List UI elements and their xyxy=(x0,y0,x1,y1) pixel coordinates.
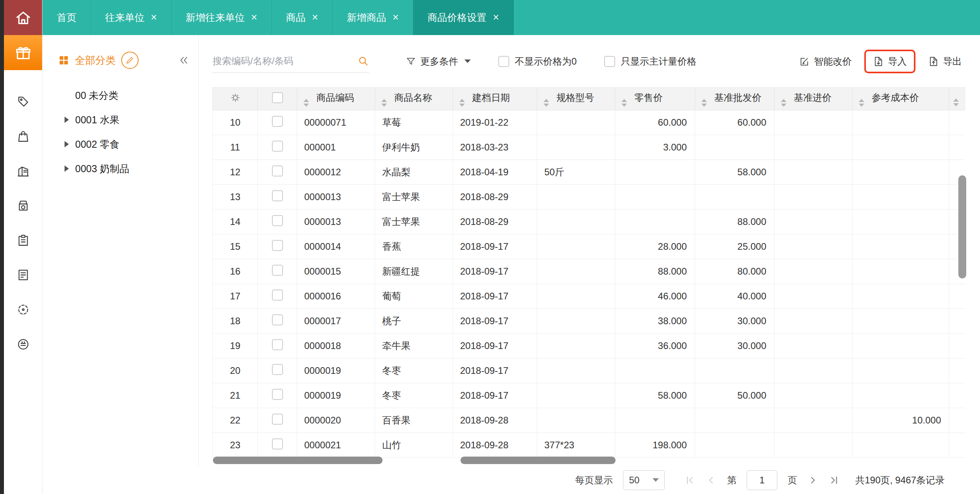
checkbox-icon[interactable] xyxy=(498,56,509,67)
more-filters-button[interactable]: 更多条件 xyxy=(405,55,471,68)
column-header[interactable]: 基准进价 xyxy=(775,88,852,110)
row-checkbox[interactable] xyxy=(272,190,283,201)
main-unit-only-checkbox[interactable]: 只显示主计量价格 xyxy=(604,55,696,68)
row-checkbox[interactable] xyxy=(272,438,283,449)
category-tree-item[interactable]: 00 未分类 xyxy=(43,83,198,108)
table-row[interactable]: 13 0000013 富士苹果 2018-08-29 xyxy=(213,185,966,210)
row-checkbox[interactable] xyxy=(272,290,283,301)
horizontal-scrollbar-thumb[interactable] xyxy=(213,457,383,464)
sidebar-item-price-tag[interactable] xyxy=(4,84,42,119)
tab[interactable]: 新增往来单位 × xyxy=(172,0,272,35)
tab-close-icon[interactable]: × xyxy=(392,12,399,23)
table-row[interactable]: 18 0000017 桃子 2018-09-17 38.000 30.000 xyxy=(213,309,966,334)
sort-icon[interactable] xyxy=(859,99,864,107)
table-row[interactable]: 10 00000071 草莓 2019-01-22 60.000 60.000 xyxy=(213,110,966,135)
column-header[interactable]: 零售价 xyxy=(615,88,695,110)
tab[interactable]: 商品价格设置 × xyxy=(413,0,514,35)
column-header[interactable]: 参考成本价 xyxy=(852,88,949,110)
sort-icon[interactable] xyxy=(544,99,549,107)
row-checkbox[interactable] xyxy=(272,364,283,375)
table-row[interactable]: 17 0000016 葡萄 2018-09-17 46.000 40.000 xyxy=(213,284,966,309)
row-checkbox[interactable] xyxy=(272,414,283,425)
settings-column-header[interactable] xyxy=(213,88,258,110)
table-row[interactable]: 16 0000015 新疆红提 2018-09-17 88.000 80.000 xyxy=(213,259,966,284)
horizontal-scrollbar-thumb[interactable] xyxy=(460,457,616,464)
category-tree-item[interactable]: 0002 零食 xyxy=(43,132,198,156)
sidebar-item-new[interactable] xyxy=(4,327,42,362)
tab-close-icon[interactable]: × xyxy=(251,12,257,23)
tab[interactable]: 首页 xyxy=(43,0,91,35)
export-button[interactable]: 导出 xyxy=(928,55,962,68)
checkbox-icon[interactable] xyxy=(604,56,615,67)
sidebar-item-orders[interactable] xyxy=(4,223,42,258)
row-checkbox[interactable] xyxy=(272,339,283,350)
category-tree-item[interactable]: 0003 奶制品 xyxy=(43,156,198,181)
gear-icon[interactable] xyxy=(229,92,241,104)
tab[interactable]: 新增商品 × xyxy=(333,0,413,35)
next-page-button[interactable] xyxy=(807,475,818,486)
row-checkbox[interactable] xyxy=(272,116,283,127)
expand-arrow-icon[interactable] xyxy=(65,117,69,123)
row-checkbox[interactable] xyxy=(272,314,283,325)
previous-page-button[interactable] xyxy=(706,475,717,486)
column-header[interactable]: 规格型号 xyxy=(537,88,615,110)
table-row[interactable]: 14 0000013 富士苹果 2018-08-29 88.000 xyxy=(213,210,966,234)
sort-icon[interactable] xyxy=(459,99,465,107)
row-checkbox[interactable] xyxy=(272,389,283,400)
page-number-input[interactable] xyxy=(747,470,777,490)
search-icon[interactable] xyxy=(357,55,369,67)
vertical-scrollbar-thumb[interactable] xyxy=(958,175,966,279)
sort-icon[interactable] xyxy=(381,99,387,107)
table-row[interactable]: 20 0000019 冬枣 2018-09-17 xyxy=(213,358,966,383)
table-row[interactable]: 12 0000012 水晶梨 2018-04-19 50斤 58.000 xyxy=(213,160,966,185)
row-checkbox[interactable] xyxy=(272,240,283,251)
tab-close-icon[interactable]: × xyxy=(151,12,157,23)
sidebar-item-home[interactable] xyxy=(4,0,42,35)
column-header[interactable]: 商品编码 xyxy=(297,88,375,110)
table-row[interactable]: 21 0000019 冬枣 2018-09-17 58.000 50.000 xyxy=(213,383,966,408)
table-row[interactable]: 11 000001 伊利牛奶 2018-03-23 3.000 xyxy=(213,135,966,160)
sort-icon[interactable] xyxy=(781,99,786,107)
sort-icon[interactable] xyxy=(621,99,627,107)
table-row[interactable]: 22 0000020 百香果 2018-09-28 10.000 xyxy=(213,408,966,433)
row-checkbox[interactable] xyxy=(272,141,283,152)
sort-icon[interactable] xyxy=(303,99,309,107)
per-page-select[interactable]: 50 xyxy=(623,470,665,490)
expand-arrow-icon[interactable] xyxy=(65,141,69,147)
edit-categories-button[interactable] xyxy=(121,52,139,69)
table-row[interactable]: 15 0000014 香蕉 2018-09-17 28.000 25.000 xyxy=(213,234,966,259)
category-tree-item[interactable]: 0001 水果 xyxy=(43,108,198,132)
sidebar-item-scale[interactable] xyxy=(4,188,42,223)
import-button[interactable]: 导入 xyxy=(873,55,907,68)
sidebar-item-reports[interactable] xyxy=(4,258,42,292)
row-checkbox[interactable] xyxy=(272,165,283,176)
table-row[interactable]: 19 0000018 牵牛果 2018-09-17 36.000 30.000 xyxy=(213,334,966,358)
smart-reprice-button[interactable]: 智能改价 xyxy=(799,55,852,68)
bag-icon xyxy=(17,130,30,143)
tab-close-icon[interactable]: × xyxy=(312,12,318,23)
hide-zero-price-checkbox[interactable]: 不显示价格为0 xyxy=(498,55,577,68)
tab[interactable]: 往来单位 × xyxy=(91,0,172,35)
search-input[interactable] xyxy=(213,56,357,67)
sort-icon[interactable] xyxy=(701,99,707,107)
tab-close-icon[interactable]: × xyxy=(493,12,499,23)
sidebar-item-warehouse[interactable] xyxy=(4,154,42,188)
sidebar-item-sync[interactable] xyxy=(4,292,42,327)
first-page-button[interactable] xyxy=(684,475,695,486)
sidebar-item-purchase[interactable] xyxy=(4,119,42,154)
tab[interactable]: 商品 × xyxy=(272,0,333,35)
expand-arrow-icon[interactable] xyxy=(65,165,69,172)
row-checkbox[interactable] xyxy=(272,215,283,226)
row-checkbox[interactable] xyxy=(272,265,283,276)
table-row[interactable]: 23 0000021 山竹 2018-09-28 377*23 198.000 xyxy=(213,433,966,458)
collapse-panel-button[interactable] xyxy=(178,54,190,66)
sidebar-item-goods[interactable] xyxy=(4,35,42,70)
last-page-button[interactable] xyxy=(828,475,839,486)
column-header[interactable]: 商品名称 xyxy=(375,88,453,110)
column-header[interactable]: 建档日期 xyxy=(453,88,537,110)
sort-icon[interactable] xyxy=(953,98,959,106)
select-all-checkbox[interactable] xyxy=(272,92,283,103)
clipped-column-header[interactable] xyxy=(949,88,966,110)
column-header[interactable]: 基准批发价 xyxy=(695,88,775,110)
row-checkbox-cell xyxy=(258,433,297,458)
